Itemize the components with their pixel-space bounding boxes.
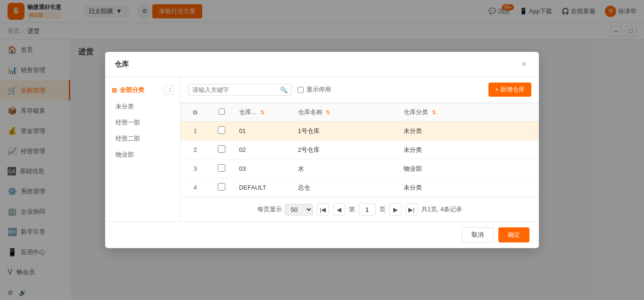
pagination-row: 每页显示 50 10 20 100 |◀ ◀ 第 页 ▶ ▶|: [181, 197, 539, 221]
row-seq: 1: [181, 122, 210, 141]
warehouse-modal: 仓库 × ⊞ 全部分类 《 未分类 经营一部: [105, 52, 539, 248]
row-seq: 2: [181, 141, 210, 159]
category-item-property[interactable]: 物业部: [105, 147, 180, 163]
show-disabled-wrap[interactable]: 显示停用: [297, 85, 331, 94]
row-name: 1号仓库: [292, 122, 398, 141]
row-code: 01: [233, 122, 292, 141]
search-input-wrap: 🔍: [188, 84, 292, 96]
page-prev-btn[interactable]: ◀: [333, 203, 345, 216]
row-category: 未分类: [398, 122, 492, 141]
row-actions[interactable]: [492, 141, 539, 159]
add-warehouse-btn[interactable]: + 新增仓库: [488, 83, 531, 97]
modal-toolbar: 🔍 显示停用 + 新增仓库: [181, 77, 539, 103]
category-item-unclassified[interactable]: 未分类: [105, 99, 180, 115]
category-item-dept2[interactable]: 经营二部: [105, 131, 180, 147]
col-category[interactable]: 仓库分类 ⇅: [398, 103, 492, 122]
row-checkbox[interactable]: [218, 126, 225, 134]
category-panel: ⊞ 全部分类 《 未分类 经营一部 经营二部 物业部: [105, 77, 181, 221]
col-name[interactable]: 仓库名称 ⇅: [292, 103, 398, 122]
col-actions: [492, 103, 539, 122]
row-code: 03: [233, 159, 292, 178]
row-category: 未分类: [398, 178, 492, 197]
table-row[interactable]: 2 02 2号仓库 未分类: [181, 141, 539, 159]
row-actions[interactable]: [492, 178, 539, 197]
all-categories-item[interactable]: ⊞ 全部分类: [112, 86, 144, 94]
collapse-btn[interactable]: 《: [164, 85, 173, 95]
grid-icon: ⊞: [112, 87, 117, 94]
row-seq: 4: [181, 178, 210, 197]
confirm-btn[interactable]: 确定: [498, 227, 529, 242]
modal-header: 仓库 ×: [105, 52, 539, 77]
search-input[interactable]: [192, 86, 280, 93]
search-icon[interactable]: 🔍: [280, 86, 288, 93]
page-size-wrap: 每页显示 50 10 20 100: [257, 204, 313, 216]
row-name: 总仓: [292, 178, 398, 197]
row-checkbox[interactable]: [218, 183, 225, 191]
col-code[interactable]: 仓库... ⇅: [233, 103, 292, 122]
warehouse-table-wrap: ⚙ 仓库... ⇅ 仓库名称 ⇅: [181, 103, 539, 197]
page-size-select[interactable]: 50 10 20 100: [285, 204, 313, 216]
page-info: 共1页, 4条记录: [421, 205, 462, 214]
sort-icon-code: ⇅: [260, 109, 264, 115]
page-input[interactable]: [359, 203, 376, 216]
row-code: 02: [233, 141, 292, 159]
modal-title: 仓库: [115, 60, 129, 69]
modal-close-btn[interactable]: ×: [518, 58, 529, 70]
table-row[interactable]: 1 01 1号仓库 未分类 ···: [181, 122, 539, 141]
table-row[interactable]: 3 03 水 物业部: [181, 159, 539, 178]
row-actions[interactable]: ···: [492, 122, 539, 141]
col-settings[interactable]: ⚙: [181, 103, 210, 122]
row-actions[interactable]: [492, 159, 539, 178]
table-header-row: ⚙ 仓库... ⇅ 仓库名称 ⇅: [181, 103, 539, 122]
row-check-cell: [210, 178, 233, 197]
sort-icon-name: ⇅: [326, 109, 330, 115]
col-check: [210, 103, 233, 122]
row-checkbox[interactable]: [218, 164, 225, 172]
row-seq: 3: [181, 159, 210, 178]
category-header: ⊞ 全部分类 《: [105, 82, 180, 99]
row-check-cell: [210, 159, 233, 178]
row-check-cell: [210, 122, 233, 141]
row-name: 水: [292, 159, 398, 178]
select-all-checkbox[interactable]: [219, 108, 225, 115]
warehouse-table: ⚙ 仓库... ⇅ 仓库名称 ⇅: [181, 103, 539, 197]
modal-overlay: 仓库 × ⊞ 全部分类 《 未分类 经营一部: [0, 0, 644, 300]
category-item-dept1[interactable]: 经营一部: [105, 115, 180, 131]
main-panel: 🔍 显示停用 + 新增仓库 ⚙: [181, 77, 539, 221]
sort-icon-category: ⇅: [432, 109, 436, 115]
cancel-btn[interactable]: 取消: [462, 227, 494, 242]
row-check-cell: [210, 141, 233, 159]
page-first-btn[interactable]: |◀: [317, 203, 329, 216]
show-disabled-checkbox[interactable]: [297, 87, 304, 93]
row-category: 未分类: [398, 141, 492, 159]
row-name: 2号仓库: [292, 141, 398, 159]
page-last-btn[interactable]: ▶|: [405, 203, 418, 216]
table-row[interactable]: 4 DEFAULT 总仓 未分类: [181, 178, 539, 197]
page-next-btn[interactable]: ▶: [389, 203, 402, 216]
row-checkbox[interactable]: [218, 145, 225, 153]
modal-footer: 取消 确定: [105, 221, 539, 248]
modal-body: ⊞ 全部分类 《 未分类 经营一部 经营二部 物业部: [105, 77, 539, 221]
row-code: DEFAULT: [233, 178, 292, 197]
row-category: 物业部: [398, 159, 492, 178]
